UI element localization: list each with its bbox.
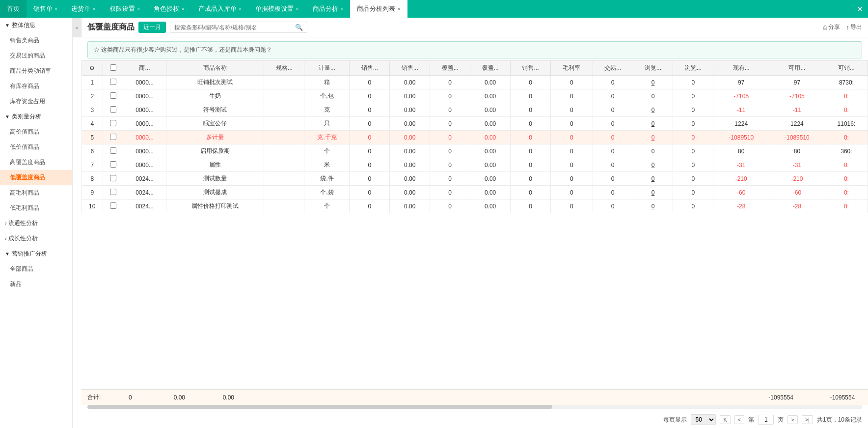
- cell-checkbox[interactable]: [103, 131, 123, 144]
- page-size-select[interactable]: 50 10 20 100: [691, 414, 716, 425]
- scrollbar-thumb[interactable]: [87, 405, 552, 409]
- row-checkbox[interactable]: [110, 106, 116, 113]
- row-checkbox[interactable]: [110, 175, 116, 181]
- col-saleable[interactable]: 可销...: [825, 61, 868, 76]
- col-available-stock[interactable]: 可用...: [769, 61, 825, 76]
- cell-checkbox[interactable]: [103, 103, 123, 117]
- row-checkbox[interactable]: [110, 120, 116, 126]
- nav-item-单据模板设置[interactable]: 单据模板设置 ×: [248, 0, 305, 18]
- cell-browse1[interactable]: 0: [633, 131, 673, 144]
- cell-checkbox[interactable]: [103, 172, 123, 186]
- cell-checkbox[interactable]: [103, 186, 123, 200]
- select-all-checkbox[interactable]: [110, 64, 116, 71]
- next-page-btn[interactable]: >: [787, 415, 797, 424]
- cell-browse1[interactable]: 0: [633, 117, 673, 131]
- sidebar-item-全部商品[interactable]: 全部商品: [0, 261, 72, 277]
- sidebar-group-overall[interactable]: ▼ 整体信息: [0, 18, 72, 33]
- sidebar-item-高覆盖度商品[interactable]: 高覆盖度商品: [0, 155, 72, 170]
- last-page-btn[interactable]: >|: [802, 415, 813, 424]
- row-checkbox[interactable]: [110, 147, 116, 154]
- sidebar-collapse-btn[interactable]: «: [73, 18, 81, 37]
- cell-browse1[interactable]: 0: [633, 158, 673, 172]
- cell-browse1[interactable]: 0: [633, 172, 673, 186]
- col-cov2[interactable]: 覆盖...: [470, 61, 511, 76]
- cell-browse1[interactable]: 0: [633, 200, 673, 213]
- nav-close-单据模板设置[interactable]: ×: [296, 6, 298, 12]
- sidebar-item-低毛利商品[interactable]: 低毛利商品: [0, 200, 72, 216]
- cell-sales3: 0: [511, 172, 551, 186]
- row-checkbox[interactable]: [110, 79, 116, 85]
- sidebar-group-growth[interactable]: › 成长性分析: [0, 231, 72, 246]
- nav-item-进货单[interactable]: 进货单 ×: [64, 0, 102, 18]
- sidebar-group-flow[interactable]: › 流通性分析: [0, 216, 72, 231]
- sidebar-group-marketing[interactable]: ▼ 营销推广分析: [0, 246, 72, 261]
- share-btn[interactable]: ⎙ 分享: [823, 23, 840, 31]
- cell-checkbox[interactable]: [103, 158, 123, 172]
- sidebar-item-销售类商品[interactable]: 销售类商品: [0, 33, 72, 48]
- table-wrapper[interactable]: ⚙ 商... 商品名称 规格... 计量... 销售... 销售... 覆盖..…: [81, 60, 868, 389]
- window-close-btn[interactable]: ✕: [857, 4, 863, 14]
- sidebar-item-低价值商品[interactable]: 低价值商品: [0, 140, 72, 155]
- cell-checkbox[interactable]: [103, 76, 123, 89]
- cell-browse1[interactable]: 0: [633, 76, 673, 89]
- nav-close-角色授权[interactable]: ×: [181, 6, 184, 12]
- first-page-btn[interactable]: K: [720, 415, 730, 424]
- nav-close-进货单[interactable]: ×: [92, 6, 95, 12]
- nav-item-销售单[interactable]: 销售单 ×: [27, 0, 64, 18]
- sidebar-item-新品[interactable]: 新品: [0, 277, 72, 292]
- row-checkbox[interactable]: [110, 161, 116, 168]
- horizontal-scrollbar[interactable]: [87, 405, 862, 409]
- col-sales3[interactable]: 销售...: [511, 61, 551, 76]
- col-browse2[interactable]: 浏览...: [673, 61, 713, 76]
- col-cov1[interactable]: 覆盖...: [430, 61, 470, 76]
- col-spec[interactable]: 规格...: [264, 61, 304, 76]
- cell-browse1[interactable]: 0: [633, 144, 673, 158]
- prev-page-btn[interactable]: <: [734, 415, 744, 424]
- row-checkbox[interactable]: [110, 134, 116, 140]
- row-checkbox[interactable]: [110, 189, 116, 195]
- nav-close-产成品入库单[interactable]: ×: [239, 6, 242, 12]
- sidebar-item-有库存商品[interactable]: 有库存商品: [0, 79, 72, 94]
- nav-item-首页[interactable]: 首页: [0, 0, 27, 18]
- nav-item-产成品入库单[interactable]: 产成品入库单 ×: [191, 0, 248, 18]
- search-input[interactable]: [174, 24, 295, 31]
- col-browse1[interactable]: 浏览...: [633, 61, 673, 76]
- cell-browse1[interactable]: 0: [633, 89, 673, 103]
- col-name[interactable]: 商品名称: [166, 61, 264, 76]
- col-gross-margin[interactable]: 毛利率: [550, 61, 593, 76]
- cell-browse1[interactable]: 0: [633, 103, 673, 117]
- nav-close-商品分析[interactable]: ×: [340, 6, 343, 12]
- cell-browse1[interactable]: 0: [633, 186, 673, 200]
- cell-checkbox[interactable]: [103, 117, 123, 131]
- col-code[interactable]: 商...: [123, 61, 166, 76]
- row-checkbox[interactable]: [110, 92, 116, 99]
- page-input[interactable]: [758, 415, 774, 425]
- sidebar-item-库存资金占用[interactable]: 库存资金占用: [0, 94, 72, 109]
- nav-item-商品分析[interactable]: 商品分析 ×: [306, 0, 350, 18]
- col-current-stock[interactable]: 现有...: [713, 61, 769, 76]
- nav-close-商品分析列表[interactable]: ×: [397, 6, 400, 12]
- sidebar-item-交易过的商品[interactable]: 交易过的商品: [0, 48, 72, 63]
- filter-period-btn[interactable]: 近一月: [138, 22, 166, 33]
- col-sales-qty[interactable]: 销售...: [350, 61, 390, 76]
- sidebar-item-高价值商品[interactable]: 高价值商品: [0, 124, 72, 140]
- cell-checkbox[interactable]: [103, 144, 123, 158]
- col-checkbox[interactable]: [103, 61, 123, 76]
- nav-close-权限设置[interactable]: ×: [137, 6, 140, 12]
- sidebar-item-低覆盖度商品[interactable]: 低覆盖度商品: [0, 170, 72, 185]
- nav-close-销售单[interactable]: ×: [54, 6, 57, 12]
- export-btn[interactable]: ↑ 导出: [846, 23, 862, 31]
- sidebar-item-高毛利商品[interactable]: 高毛利商品: [0, 185, 72, 200]
- nav-item-角色授权[interactable]: 角色授权 ×: [147, 0, 191, 18]
- nav-item-商品分析列表[interactable]: 商品分析列表 ×: [350, 0, 407, 18]
- nav-item-权限设置[interactable]: 权限设置 ×: [103, 0, 147, 18]
- col-transaction[interactable]: 交易...: [593, 61, 633, 76]
- sidebar-group-category[interactable]: ▼ 类别量分析: [0, 109, 72, 124]
- col-unit[interactable]: 计量...: [304, 61, 350, 76]
- row-checkbox[interactable]: [110, 202, 116, 209]
- cell-checkbox[interactable]: [103, 89, 123, 103]
- col-settings[interactable]: ⚙: [82, 61, 103, 76]
- sidebar-item-商品分类动销率[interactable]: 商品分类动销率: [0, 63, 72, 79]
- col-sales-amt[interactable]: 销售...: [390, 61, 430, 76]
- cell-checkbox[interactable]: [103, 200, 123, 213]
